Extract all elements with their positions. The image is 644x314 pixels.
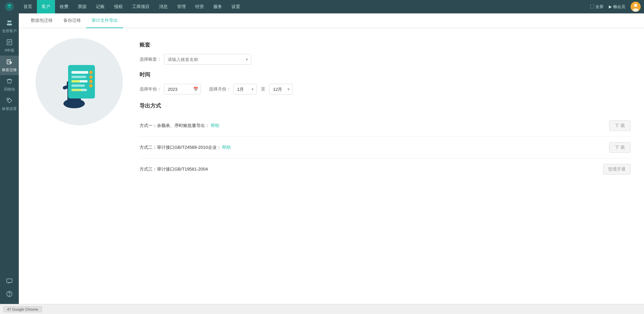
export-method-2-row: 方式二：审计接口GB/T24589-2010企业： 帮助 下 载	[140, 137, 631, 159]
illustration-circle	[36, 38, 123, 125]
tab-bar: 数据包迁移 备份迁移 审计文件导出	[19, 13, 644, 28]
fullscreen-icon: ⛶	[590, 4, 594, 9]
nav-service[interactable]: 服务	[209, 0, 227, 13]
nav-business[interactable]: 工商项目	[127, 0, 154, 13]
top-navigation: 首页 客户 收费 票据 记账 报税 工商项目 消息 管理 经营 服务 设置 ⛶ …	[0, 0, 644, 13]
svg-rect-17	[7, 279, 12, 282]
export-method-2-help-link[interactable]: 帮助	[222, 145, 231, 150]
page-content: 账套 选择账套： ▼ 时间 选择年份：	[19, 28, 644, 304]
sidebar-item-migrate[interactable]: 账套迁移	[0, 56, 19, 75]
chrome-tab[interactable]: 47 Google Chrome	[3, 306, 42, 312]
sidebar-item-label: 全部客户	[2, 28, 17, 34]
recycle-icon	[6, 78, 13, 85]
time-title: 时间	[140, 71, 631, 78]
form-wrapper: 账套 选择账套： ▼ 时间 选择年份：	[32, 38, 631, 180]
account-select-input[interactable]	[164, 54, 251, 65]
account-select-wrap: ▼	[164, 54, 251, 65]
tab-backup-migration[interactable]: 备份迁移	[58, 13, 86, 28]
bottom-bar: 47 Google Chrome	[0, 304, 644, 314]
svg-point-34	[89, 75, 93, 79]
sidebar-item-all-customers[interactable]: 全部客户	[0, 17, 19, 36]
export-method-3-soon-button: 暂缓开通	[603, 164, 631, 175]
svg-point-33	[89, 71, 93, 74]
migrate-icon	[6, 58, 13, 66]
start-month-select[interactable]: 1月2月3月4月 5月6月7月8月 9月10月11月12月	[233, 84, 257, 95]
svg-point-35	[89, 80, 93, 83]
tag-icon	[6, 97, 13, 105]
illustration-area	[32, 38, 126, 125]
svg-rect-28	[71, 71, 88, 74]
account-section: 账套 选择账套： ▼	[140, 42, 631, 65]
export-method-1-download-button[interactable]: 下 载	[609, 120, 631, 131]
content-area: 数据包迁移 备份迁移 审计文件导出	[19, 13, 644, 304]
nav-customer[interactable]: 客户	[37, 0, 55, 13]
svg-point-19	[9, 295, 10, 296]
nav-manage[interactable]: 管理	[172, 0, 191, 13]
vip-button[interactable]: ▶ 畅会员	[609, 4, 625, 10]
end-month-select-wrap: 1月2月3月4月 5月6月7月8月 9月10月11月 12月 ▼	[269, 84, 293, 95]
export-method-1-help-link[interactable]: 帮助	[211, 123, 219, 128]
time-form-row: 选择年份： 📅 选择月份： 1月2月3月4月 5月6月7月8月 9月10	[140, 84, 631, 95]
svg-rect-29	[71, 76, 86, 78]
year-input-wrap: 📅	[164, 84, 201, 95]
account-title: 账套	[140, 42, 631, 49]
sidebar-item-recycle[interactable]: 回收站	[0, 75, 19, 95]
sidebar-item-chat[interactable]	[0, 275, 19, 288]
nav-bookkeeping[interactable]: 记账	[91, 0, 109, 13]
year-input[interactable]	[164, 84, 201, 95]
year-label: 选择年份：	[140, 86, 161, 92]
nav-settings[interactable]: 设置	[227, 0, 245, 13]
help-icon	[6, 291, 13, 298]
time-separator: 至	[260, 86, 267, 92]
month-label: 选择月份：	[209, 86, 231, 92]
form-section: 账套 选择账套： ▼ 时间 选择年份：	[140, 38, 631, 180]
export-section: 导出方式 方式一：余额表、序时账批量导出： 帮助 下 载 方式二：审计接口GB/…	[140, 103, 631, 180]
nav-items: 首页 客户 收费 票据 记账 报税 工商项目 消息 管理 经营 服务 设置	[19, 0, 590, 13]
main-layout: 全部客户 0申报	[0, 13, 644, 304]
sidebar-item-label: 回收站	[4, 87, 15, 92]
sidebar-item-label: 账套迁移	[2, 67, 17, 72]
svg-point-4	[7, 20, 9, 22]
nav-home[interactable]: 首页	[19, 0, 37, 13]
time-section: 时间 选择年份： 📅 选择月份： 1月2月3月4月 5	[140, 71, 631, 95]
nav-message[interactable]: 消息	[154, 0, 172, 13]
svg-point-5	[9, 20, 11, 22]
export-method-2-label: 方式二：审计接口GB/T24589-2010企业： 帮助	[140, 144, 604, 150]
nav-tax[interactable]: 报税	[109, 0, 127, 13]
export-method-3-label: 方式三：审计接口GB/T19581-2004	[140, 166, 598, 172]
export-method-1-label: 方式一：余额表、序时账批量导出： 帮助	[140, 123, 604, 129]
start-month-select-wrap: 1月2月3月4月 5月6月7月8月 9月10月11月12月 ▼	[233, 84, 257, 95]
svg-rect-38	[71, 89, 82, 91]
svg-point-36	[89, 84, 93, 87]
sidebar-item-help[interactable]	[0, 288, 19, 301]
sidebar-item-zero-declare[interactable]: 0申报	[0, 36, 19, 56]
export-method-1-row: 方式一：余额表、序时账批量导出： 帮助 下 载	[140, 115, 631, 137]
sidebar-item-label: 标签设置	[2, 106, 17, 111]
account-form-row: 选择账套： ▼	[140, 54, 631, 65]
account-select-label: 选择账套：	[140, 56, 161, 62]
sidebar: 全部客户 0申报	[0, 13, 19, 304]
nav-right: ⛶ 全屏 ▶ 畅会员	[590, 2, 641, 12]
nav-invoice[interactable]: 票据	[73, 0, 91, 13]
svg-rect-37	[71, 80, 80, 82]
avatar[interactable]	[631, 2, 641, 12]
export-method-2-download-button[interactable]: 下 载	[609, 142, 631, 153]
vip-icon: ▶	[609, 4, 612, 9]
nav-operation[interactable]: 经营	[191, 0, 209, 13]
logo[interactable]	[3, 1, 15, 13]
tab-data-migration[interactable]: 数据包迁移	[25, 13, 58, 28]
customers-icon	[6, 19, 13, 27]
export-title: 导出方式	[140, 103, 631, 110]
sidebar-item-tag-settings[interactable]: 标签设置	[0, 95, 19, 114]
svg-point-2	[634, 4, 637, 7]
tab-audit-export[interactable]: 审计文件导出	[86, 13, 123, 28]
sidebar-item-label: 0申报	[5, 48, 14, 53]
svg-point-7	[9, 23, 12, 25]
end-month-select[interactable]: 1月2月3月4月 5月6月7月8月 9月10月11月 12月	[269, 84, 293, 95]
declare-icon	[6, 39, 13, 47]
nav-fee[interactable]: 收费	[55, 0, 73, 13]
chat-icon	[6, 278, 13, 285]
fullscreen-button[interactable]: ⛶ 全屏	[590, 4, 603, 10]
svg-rect-31	[71, 84, 85, 87]
svg-point-16	[8, 99, 9, 100]
